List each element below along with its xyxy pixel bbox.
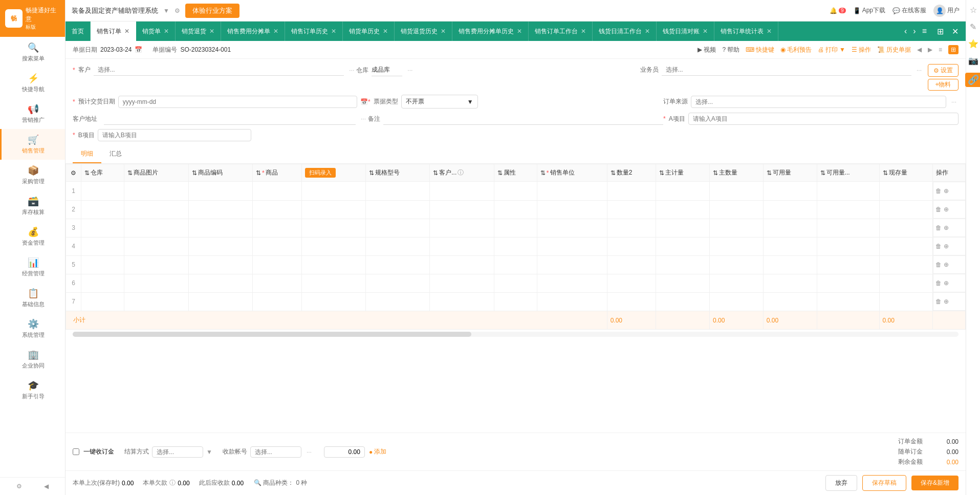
row5-unit[interactable] xyxy=(537,255,607,274)
sidebar-item-purchase[interactable]: 📦 采购管理 xyxy=(0,160,65,190)
history-action[interactable]: 📜历史单据 xyxy=(877,46,911,54)
shortcut-action[interactable]: ⌨快捷键 xyxy=(746,46,774,54)
row5-model[interactable] xyxy=(365,255,429,274)
row7-model[interactable] xyxy=(365,292,429,311)
payment-dropdown-icon[interactable]: ▼ xyxy=(206,448,212,456)
navtab-invoice-history-close[interactable]: ✕ xyxy=(383,28,388,35)
account-more-btn[interactable]: ··· xyxy=(304,447,314,457)
help-action[interactable]: ?帮助 xyxy=(722,46,739,54)
settings-icon[interactable]: ⚙ xyxy=(16,483,22,490)
navtab-next-icon[interactable]: › xyxy=(910,27,919,36)
row2-code[interactable] xyxy=(188,200,252,219)
search-product-icon[interactable]: 🔍 xyxy=(254,479,262,486)
row2-attribute[interactable] xyxy=(494,200,537,219)
save-draft-button[interactable]: 保存草稿 xyxy=(862,475,906,491)
delivery-input[interactable] xyxy=(118,96,357,108)
row2-main-qty[interactable] xyxy=(710,200,764,219)
row3-copy-icon[interactable]: ⊕ xyxy=(944,224,949,231)
row4-main-unit[interactable] xyxy=(656,237,710,255)
warehouse-value[interactable]: 成品库 xyxy=(372,64,402,76)
navtab-order-history-close[interactable]: ✕ xyxy=(331,28,336,35)
navtab-home[interactable]: 首页 xyxy=(66,21,91,41)
row1-model[interactable] xyxy=(365,182,429,201)
row2-customer-code[interactable] xyxy=(430,200,494,219)
ops-action[interactable]: ☰操作 xyxy=(852,46,871,54)
row4-available[interactable] xyxy=(763,237,817,255)
note-input[interactable] xyxy=(383,113,663,125)
row2-stock[interactable] xyxy=(879,200,933,219)
right-panel-icon-4[interactable]: 📷 xyxy=(968,56,978,66)
row6-model[interactable] xyxy=(365,274,429,292)
row6-code[interactable] xyxy=(188,274,252,292)
row7-delete-icon[interactable]: 🗑 xyxy=(935,298,942,305)
row4-image[interactable] xyxy=(124,237,188,255)
row6-unit[interactable] xyxy=(537,274,607,292)
row2-available[interactable] xyxy=(763,200,817,219)
nav-next-icon[interactable]: ▶ xyxy=(928,46,932,53)
navtab-sales-return[interactable]: 销货退货 ✕ xyxy=(176,21,221,41)
row4-available2[interactable] xyxy=(817,237,879,255)
navtab-sales-invoice-close[interactable]: ✕ xyxy=(164,28,169,35)
amount-input[interactable] xyxy=(324,446,365,458)
settings-button[interactable]: ⚙设置 xyxy=(928,64,959,77)
order-source-more-btn[interactable]: ··· xyxy=(949,97,959,106)
row1-warehouse[interactable] xyxy=(81,182,124,201)
row7-available[interactable] xyxy=(763,292,817,311)
row6-product[interactable] xyxy=(252,274,301,292)
row3-code[interactable] xyxy=(188,219,252,237)
row7-stock[interactable] xyxy=(879,292,933,311)
row5-image[interactable] xyxy=(124,255,188,274)
row5-code[interactable] xyxy=(188,255,252,274)
navtab-return-history-close[interactable]: ✕ xyxy=(441,28,446,35)
row1-qty2[interactable] xyxy=(607,182,656,201)
right-panel-icon-5[interactable]: 🔗 xyxy=(965,73,981,87)
topbar-dropdown-icon[interactable]: ▼ xyxy=(163,7,169,14)
navtab-sales-invoice[interactable]: 销货单 ✕ xyxy=(136,21,176,41)
video-action[interactable]: ▶视频 xyxy=(698,46,716,54)
user-button[interactable]: 👤 用户 xyxy=(933,5,960,17)
warehouse-more-btn[interactable]: ··· xyxy=(405,66,415,75)
th-settings[interactable]: ⚙ xyxy=(66,164,81,182)
navtab-expand-icon[interactable]: ⊞ xyxy=(934,27,947,36)
save-new-button[interactable]: 保存&新增 xyxy=(911,476,959,490)
row2-available2[interactable] xyxy=(817,200,879,219)
row6-main-unit[interactable] xyxy=(656,274,710,292)
navtab-order-history[interactable]: 销售订单历史 ✕ xyxy=(285,21,343,41)
row1-copy-icon[interactable]: ⊕ xyxy=(944,187,949,195)
one-click-checkbox[interactable] xyxy=(73,448,79,455)
sidebar-item-marketing[interactable]: 📢 营销推广 xyxy=(0,98,65,129)
row5-available[interactable] xyxy=(763,255,817,274)
navtab-expense-history-close[interactable]: ✕ xyxy=(517,28,522,35)
current-info-icon[interactable]: ⓘ xyxy=(169,479,176,487)
row1-image[interactable] xyxy=(124,182,188,201)
navtab-sales-order[interactable]: 销售订单 ✕ xyxy=(91,21,136,41)
row4-delete-icon[interactable]: 🗑 xyxy=(935,243,942,250)
order-source-input[interactable] xyxy=(691,96,946,108)
row2-product[interactable] xyxy=(252,200,301,219)
navtab-sales-order-close[interactable]: ✕ xyxy=(124,28,129,35)
row3-qty2[interactable] xyxy=(607,219,656,237)
tab-detail[interactable]: 明细 xyxy=(73,145,101,163)
row3-warehouse[interactable] xyxy=(81,219,124,237)
row6-qty2[interactable] xyxy=(607,274,656,292)
row6-stock[interactable] xyxy=(879,274,933,292)
print-dropdown-icon[interactable]: ▼ xyxy=(839,46,845,53)
sidebar-item-quicknav[interactable]: ⚡ 快捷导航 xyxy=(0,68,65,98)
sidebar-item-finance[interactable]: 💰 资金管理 xyxy=(0,221,65,252)
navtab-daily-reconcile[interactable]: 钱货日清对账 ✕ xyxy=(657,21,714,41)
row4-customer-code[interactable] xyxy=(430,237,494,255)
row6-attribute[interactable] xyxy=(494,274,537,292)
row7-code[interactable] xyxy=(188,292,252,311)
invoice-select[interactable]: 不开票 ▼ xyxy=(401,95,478,109)
online-service-button[interactable]: 💬 在线客服 xyxy=(892,6,926,15)
scan-button[interactable]: 扫码录入 xyxy=(305,168,336,178)
row4-code[interactable] xyxy=(188,237,252,255)
sidebar-item-search[interactable]: 🔍 搜索菜单 xyxy=(0,37,65,68)
row1-stock[interactable] xyxy=(879,182,933,201)
sidebar-item-sales[interactable]: 🛒 销售管理 xyxy=(0,129,65,160)
row3-customer-code[interactable] xyxy=(430,219,494,237)
row1-main-qty[interactable] xyxy=(710,182,764,201)
row6-customer-code[interactable] xyxy=(430,274,494,292)
horizontal-scrollbar[interactable] xyxy=(73,332,959,337)
navtab-more-icon[interactable]: ≡ xyxy=(919,27,930,36)
